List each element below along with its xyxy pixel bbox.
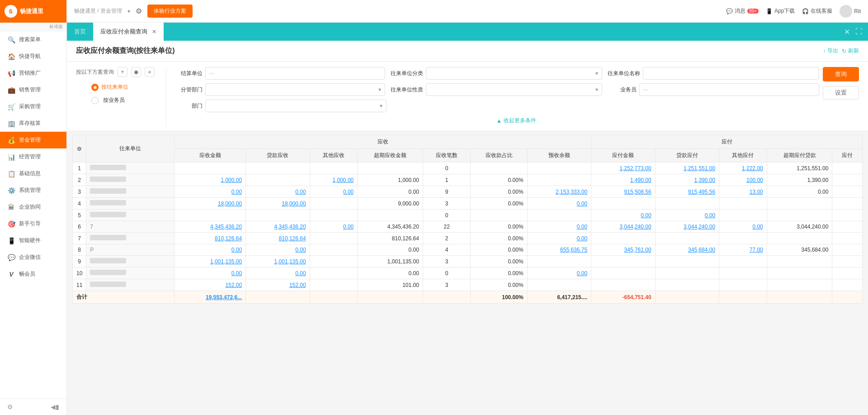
table-area: ⚙ 往来单位 应收 应付 应收金额 贷款应收 其他应收 超期应收金额 应收笔数 … bbox=[67, 131, 868, 415]
sidebar-item-hardware[interactable]: 📱 智能硬件 bbox=[0, 232, 66, 249]
sidebar-item-marketing[interactable]: 📢 营销推广 bbox=[0, 65, 66, 81]
page-title: 应收应付余额查询(按往来单位) bbox=[76, 46, 175, 56]
dept-input[interactable]: ▾ bbox=[205, 83, 385, 96]
filter-field-settlement: 结算单位 ··· bbox=[174, 67, 385, 80]
filter-field-department: 部门 ▾ bbox=[174, 100, 387, 112]
user-name: Rit bbox=[854, 8, 861, 14]
sidebar-item-purchase[interactable]: 🛒 采购管理 bbox=[0, 98, 66, 115]
app-download-action[interactable]: 📱 App下载 bbox=[766, 7, 795, 15]
table-row: 7810,126.64810,126.64810,126.6420.00%0.0… bbox=[73, 233, 863, 244]
settings-bottom-icon[interactable]: ⚙ bbox=[7, 403, 13, 410]
settlement-input[interactable]: ··· bbox=[205, 67, 385, 80]
unit-name-cell bbox=[86, 198, 175, 210]
collapse-filter-button[interactable]: ▲ 收起更多条件 bbox=[174, 114, 859, 127]
sidebar-item-finance[interactable]: 💰 资金管理 bbox=[0, 132, 66, 148]
trial-button[interactable]: 体验行业方案 bbox=[147, 5, 193, 18]
unit-nature-input[interactable]: ▾ bbox=[426, 83, 602, 96]
tab-close-icon[interactable]: ✕ bbox=[152, 29, 156, 35]
sidebar-item-enterprise[interactable]: 🏛 企业协同 bbox=[0, 199, 66, 215]
scheme-salesman-label: 按业务员 bbox=[103, 96, 125, 104]
row-number: 11 bbox=[73, 279, 86, 291]
table-row: 418,000.0018,000.009,000.0030.00%0.00 bbox=[73, 198, 863, 210]
row-number: 8 bbox=[73, 244, 86, 256]
total-label: 合计 bbox=[73, 291, 175, 304]
gear-settings-icon[interactable]: ⚙ bbox=[136, 7, 142, 15]
hardware-icon: 📱 bbox=[7, 237, 15, 244]
unit-nature-dropdown-icon: ▾ bbox=[595, 86, 598, 93]
row-number: 9 bbox=[73, 256, 86, 267]
row-number: 6 bbox=[73, 221, 86, 233]
total-ap-overdue bbox=[767, 291, 832, 304]
wechat-icon: 💬 bbox=[7, 254, 15, 261]
total-ar-amount: 19,553,472,6... bbox=[175, 291, 246, 304]
filter-area: 按以下方案查询 + ◉ « ◉ 按往来单位 按业务员 bbox=[67, 62, 868, 131]
unit-name-cell bbox=[86, 210, 175, 221]
operations-icon: 📊 bbox=[7, 153, 15, 161]
unit-name-input[interactable] bbox=[643, 67, 819, 80]
collapse-sidebar-icon[interactable]: ◀▮ bbox=[51, 403, 59, 410]
chevron-up-icon: ▲ bbox=[496, 118, 502, 124]
message-icon: 💬 bbox=[726, 8, 733, 14]
purchase-icon: 🛒 bbox=[7, 103, 15, 110]
sidebar-item-system[interactable]: ⚙️ 系统管理 bbox=[0, 182, 66, 199]
add-scheme-button[interactable]: + bbox=[118, 67, 127, 77]
th-ap-loan: 贷款应付 bbox=[655, 149, 719, 162]
unit-name-cell bbox=[86, 279, 175, 291]
sidebar-item-quicknav[interactable]: 🏠 快捷导航 bbox=[0, 48, 66, 65]
filter-field-salesman: 业务员 ··· bbox=[608, 83, 819, 96]
collapse-scheme-button[interactable]: « bbox=[145, 67, 155, 77]
filter-schemes: ◉ 按往来单位 按业务员 bbox=[76, 81, 160, 106]
user-action[interactable]: Rit bbox=[840, 5, 861, 18]
tab-query[interactable]: 应收应付余额查询 ✕ bbox=[93, 23, 164, 41]
row-number: 10 bbox=[73, 267, 86, 279]
total-ar-overdue bbox=[358, 291, 423, 304]
sidebar-item-basic[interactable]: 📋 基础信息 bbox=[0, 165, 66, 182]
total-row: 合计 19,553,472,6... 100.00% 6,417,215....… bbox=[73, 291, 863, 304]
sidebar: 6 畅捷通里 标准版 🔍 搜索菜单 🏠 快捷导航 📢 营销推广 💼 销售管理 🛒… bbox=[0, 0, 67, 415]
page-header: 应收应付余额查询(按往来单位) ↑ 导出 ↻ 刷新 bbox=[67, 41, 868, 62]
table-settings-icon[interactable]: ⚙ bbox=[77, 146, 82, 152]
unit-category-input[interactable]: ▾ bbox=[426, 67, 602, 80]
unit-name-cell bbox=[86, 267, 175, 279]
scheme-option-salesman[interactable]: 按业务员 bbox=[87, 95, 160, 106]
table-row: 21,000.001,000.001,000.0010.00%1,490.001… bbox=[73, 174, 863, 186]
query-button[interactable]: 查询 bbox=[823, 67, 859, 81]
unit-name-cell bbox=[86, 233, 175, 244]
sidebar-item-sales[interactable]: 💼 销售管理 bbox=[0, 81, 66, 98]
table-row: 101,252,773.001,251,551.001,222.001,251,… bbox=[73, 162, 863, 174]
salesman-input[interactable]: ··· bbox=[639, 83, 819, 96]
tab-expand-icon[interactable]: ⛶ bbox=[855, 28, 863, 36]
unit-name-label: 往来单位名称 bbox=[608, 70, 640, 77]
page-header-actions: ↑ 导出 ↻ 刷新 bbox=[823, 47, 859, 55]
set-button[interactable]: 设置 bbox=[823, 86, 859, 100]
unit-col-header: 往来单位 bbox=[86, 135, 175, 162]
guide-icon: 🎯 bbox=[7, 220, 15, 228]
scheme-option-unit[interactable]: ◉ 按往来单位 bbox=[87, 81, 160, 93]
breadcrumb-chevron-icon: ▾ bbox=[127, 8, 130, 14]
sidebar-item-guide[interactable]: 🎯 新手引导 bbox=[0, 215, 66, 232]
settlement-label: 结算单位 bbox=[174, 70, 203, 77]
total-ap-amount: -654,751.40 bbox=[591, 291, 656, 304]
tab-home[interactable]: 首页 bbox=[67, 23, 93, 41]
total-ar-other bbox=[310, 291, 358, 304]
department-input[interactable]: ▾ bbox=[205, 100, 387, 112]
table-row: 30.000.000.000.0090.00%2,153,333.00915,5… bbox=[73, 186, 863, 198]
sidebar-item-member[interactable]: V 畅会员 bbox=[0, 266, 66, 282]
sidebar-item-wechat[interactable]: 💬 企业微信 bbox=[0, 249, 66, 266]
export-button[interactable]: ↑ 导出 bbox=[823, 47, 838, 55]
export-icon: ↑ bbox=[823, 48, 826, 54]
message-action[interactable]: 💬 消息 99+ bbox=[726, 7, 759, 15]
row-number: 4 bbox=[73, 198, 86, 210]
edit-scheme-button[interactable]: ◉ bbox=[131, 67, 141, 77]
filter-top: 按以下方案查询 + ◉ « bbox=[76, 67, 160, 77]
sidebar-item-inventory[interactable]: 🏢 库存核算 bbox=[0, 115, 66, 132]
table-row: 91,001,135.001,001,135.001,001,135.0030.… bbox=[73, 256, 863, 267]
th-ap-amount: 应付金额 bbox=[591, 149, 656, 162]
refresh-button[interactable]: ↻ 刷新 bbox=[842, 47, 859, 55]
online-service-action[interactable]: 🎧 在线客服 bbox=[802, 7, 832, 15]
home-icon: 🏠 bbox=[7, 53, 15, 60]
tab-close-window-icon[interactable]: ✕ bbox=[844, 28, 850, 36]
sidebar-item-search[interactable]: 🔍 搜索菜单 bbox=[0, 31, 66, 48]
refresh-icon: ↻ bbox=[842, 48, 846, 54]
sidebar-item-operations[interactable]: 📊 经营管理 bbox=[0, 148, 66, 165]
